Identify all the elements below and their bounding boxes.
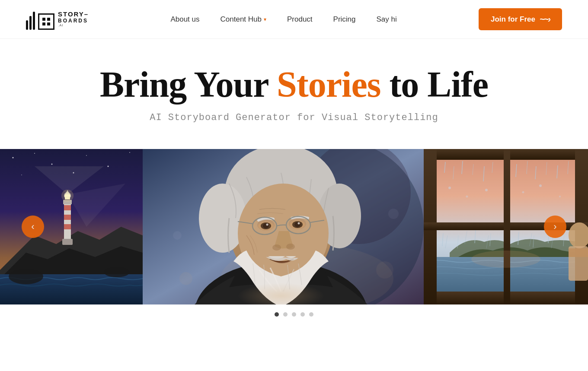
carousel-dot-4[interactable] <box>300 312 305 317</box>
svg-point-29 <box>104 267 130 277</box>
nav-item-product[interactable]: Product <box>287 15 313 24</box>
svg-point-11 <box>21 174 22 175</box>
hero-section: Bring Your Stories to Life AI Storyboard… <box>0 39 588 140</box>
hero-title-part2: to Life <box>380 64 488 105</box>
svg-point-56 <box>179 272 192 285</box>
svg-point-8 <box>86 155 87 156</box>
svg-rect-69 <box>510 160 575 222</box>
svg-rect-0 <box>42 18 45 21</box>
svg-point-58 <box>173 231 182 240</box>
logo-box <box>38 13 54 30</box>
svg-rect-1 <box>47 18 50 21</box>
hero-title: Bring Your Stories to Life <box>9 65 579 105</box>
svg-point-10 <box>129 152 130 153</box>
nav-item-say-hi[interactable]: Say hi <box>377 15 397 24</box>
carousel-prev-button[interactable]: ‹ <box>22 216 44 238</box>
logo-text: STORY– BOARDS .AI <box>58 11 89 27</box>
hero-title-part1: Bring Your <box>100 64 277 105</box>
carousel-dot-5[interactable] <box>309 312 313 317</box>
nav-item-pricing[interactable]: Pricing <box>333 15 356 24</box>
carousel-dot-2[interactable] <box>283 312 288 317</box>
chevron-down-icon: ▾ <box>264 16 266 22</box>
svg-point-50 <box>289 218 306 229</box>
svg-point-7 <box>51 164 53 165</box>
svg-rect-67 <box>504 149 510 304</box>
svg-rect-2 <box>42 22 45 25</box>
svg-point-57 <box>376 261 393 279</box>
svg-point-74 <box>539 184 542 187</box>
chevron-right-icon: › <box>553 221 556 232</box>
carousel-next-button[interactable]: › <box>544 216 566 238</box>
svg-point-9 <box>108 166 109 167</box>
svg-point-45 <box>257 219 275 231</box>
chevron-left-icon: ‹ <box>31 221 34 232</box>
nav-item-about[interactable]: About us <box>170 15 199 24</box>
logo[interactable]: STORY– BOARDS .AI <box>26 9 89 30</box>
join-free-label: Join for Free <box>491 15 535 24</box>
svg-rect-19 <box>64 215 71 220</box>
nav-item-content-hub[interactable]: Content Hub ▾ <box>220 15 266 24</box>
svg-rect-18 <box>64 205 71 210</box>
svg-point-71 <box>466 196 468 198</box>
carousel-dots <box>0 304 588 330</box>
carousel-slide-2 <box>143 149 424 304</box>
svg-rect-78 <box>569 248 588 257</box>
join-arrow-icon: ~~› <box>540 14 550 24</box>
logo-icon <box>26 9 54 30</box>
logo-line1: STORY– <box>58 11 89 18</box>
hero-subtitle: AI Storyboard Generator for Visual Story… <box>9 112 579 123</box>
logo-line3: .AI <box>58 24 89 28</box>
main-nav: About us Content Hub ▾ Product Pricing S… <box>170 15 396 24</box>
svg-point-70 <box>448 187 451 189</box>
logo-bar-1 <box>26 20 28 30</box>
svg-point-6 <box>34 153 35 154</box>
carousel-dot-1[interactable] <box>275 312 279 317</box>
svg-point-73 <box>522 191 524 193</box>
svg-point-53 <box>272 244 281 251</box>
logo-box-icon <box>42 17 51 26</box>
logo-bar-3 <box>33 12 35 30</box>
svg-point-59 <box>388 209 399 219</box>
hero-title-highlight: Stories <box>277 64 380 105</box>
svg-rect-68 <box>437 160 504 222</box>
carousel-track <box>0 149 588 304</box>
svg-rect-20 <box>64 224 71 229</box>
carousel-dot-3[interactable] <box>292 312 296 317</box>
svg-point-72 <box>485 189 488 191</box>
svg-point-5 <box>13 157 14 159</box>
svg-point-54 <box>286 244 295 250</box>
logo-bar-2 <box>29 16 32 30</box>
carousel: ‹ › <box>0 149 588 304</box>
svg-point-26 <box>61 190 74 202</box>
svg-point-75 <box>559 196 561 197</box>
svg-point-79 <box>471 251 540 268</box>
svg-point-28 <box>9 269 43 284</box>
join-free-button[interactable]: Join for Free ~~› <box>479 8 562 30</box>
svg-rect-27 <box>62 239 73 245</box>
logo-line2: BOARDS <box>58 18 89 24</box>
svg-rect-3 <box>47 22 50 25</box>
